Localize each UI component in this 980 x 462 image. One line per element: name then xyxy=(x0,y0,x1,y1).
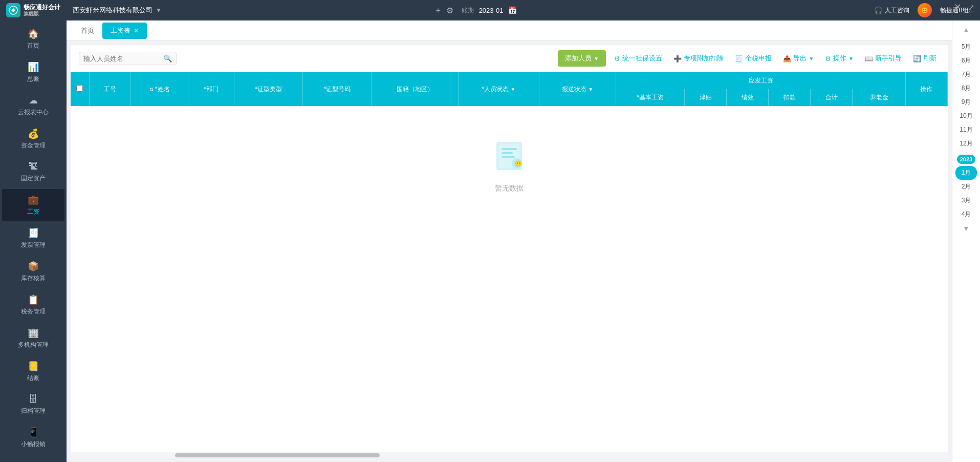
tax-report-btn[interactable]: 🧾 个税申报 xyxy=(732,54,775,63)
company-name: 西安虾米网络科技有限公司 xyxy=(73,6,153,15)
current-year-badge: 2023 xyxy=(957,155,975,164)
sidebar-item-tax[interactable]: 📋 税务管理 xyxy=(2,289,64,321)
special-deduction-btn[interactable]: ➕ 专项附加扣除 xyxy=(670,54,727,63)
sidebar-label-inventory: 库存核算 xyxy=(21,274,46,283)
month-11[interactable]: 11月 xyxy=(952,123,980,137)
social-insurance-btn[interactable]: ⚙ 统一社保设置 xyxy=(611,54,665,63)
report-filter-icon[interactable]: ▼ xyxy=(588,87,593,92)
sidebar-item-close-account[interactable]: 📒 结账 xyxy=(2,355,64,388)
calendar-icon[interactable]: 📅 xyxy=(508,6,517,14)
sidebar-label-capital: 资金管理 xyxy=(21,141,46,150)
search-icon: 🔍 xyxy=(163,54,172,62)
search-wrap[interactable]: 🔍 xyxy=(79,52,177,65)
th-checkbox[interactable] xyxy=(71,72,89,106)
month-9[interactable]: 9月 xyxy=(952,95,980,109)
guide-label: 新手引导 xyxy=(875,54,902,63)
social-label: 统一社保设置 xyxy=(622,54,662,63)
th-id-type: *证型类型 xyxy=(234,72,303,106)
bottom-scrollbar[interactable] xyxy=(71,452,948,458)
tab-close-icon[interactable]: ✕ xyxy=(134,27,139,34)
window-controls: ✕ ⤢ xyxy=(952,2,976,12)
tab-salary-table[interactable]: 工资表 ✕ xyxy=(102,23,147,39)
scroll-thumb[interactable] xyxy=(175,453,380,457)
logo-area: 畅应通好会计 旗舰版 xyxy=(6,3,73,17)
top-header: 畅应通好会计 旗舰版 西安虾米网络科技有限公司 ▼ ＋ ⚙ 账期 2023-01… xyxy=(0,0,980,20)
month-7[interactable]: 7月 xyxy=(952,68,980,81)
empty-text: 暂无数据 xyxy=(495,184,524,193)
app-subtitle: 旗舰版 xyxy=(24,11,60,17)
close-account-icon: 📒 xyxy=(28,361,39,372)
search-input[interactable] xyxy=(83,55,160,62)
sidebar-item-ledger[interactable]: 📊 总账 xyxy=(2,56,64,89)
month-2[interactable]: 2月 xyxy=(952,180,980,194)
add-person-label: 添加人员 xyxy=(565,54,592,63)
user-icon: 😊 xyxy=(921,7,928,14)
month-8[interactable]: 8月 xyxy=(952,81,980,95)
status-filter-icon[interactable]: ▼ xyxy=(511,87,516,92)
headset-icon: 🎧 xyxy=(874,6,883,14)
expense-icon: 📱 xyxy=(28,427,39,438)
month-12[interactable]: 12月 xyxy=(952,137,980,151)
date-panel-up-arrow[interactable]: ▲ xyxy=(960,23,973,37)
sidebar-item-settings[interactable]: ⚙ 基础设置 xyxy=(2,455,64,462)
refresh-btn[interactable]: 🔄 刷新 xyxy=(910,54,940,63)
company-dropdown-icon[interactable]: ▼ xyxy=(156,7,162,14)
toolbar: 🔍 添加人员 ▼ ⚙ 统一社保设置 ➕ 专项附加扣除 🧾 个税申报 xyxy=(71,45,948,72)
operation-btn[interactable]: ⚙ 操作 ▼ xyxy=(822,54,857,63)
window-expand-btn[interactable]: ⤢ xyxy=(966,2,976,12)
add-person-button[interactable]: 添加人员 ▼ xyxy=(558,50,606,67)
assets-icon: 🏗 xyxy=(29,161,38,172)
sidebar-item-multi-org[interactable]: 🏢 多机构管理 xyxy=(2,322,64,354)
human-service-btn[interactable]: 🎧 人工咨询 xyxy=(874,6,909,15)
month-10[interactable]: 10月 xyxy=(952,109,980,123)
svg-text:😶: 😶 xyxy=(515,160,522,167)
sidebar-item-expense[interactable]: 📱 小畅报销 xyxy=(2,422,64,454)
inventory-icon: 📦 xyxy=(28,261,39,272)
sidebar-item-capital[interactable]: 💰 资金管理 xyxy=(2,123,64,155)
month-5[interactable]: 5月 xyxy=(952,40,980,54)
add-company-icon[interactable]: ＋ xyxy=(434,5,442,16)
svg-rect-5 xyxy=(502,156,515,158)
company-selector[interactable]: 西安虾米网络科技有限公司 ▼ xyxy=(73,6,430,15)
th-id-number: *证型号码 xyxy=(303,72,372,106)
sidebar-label-multi: 多机构管理 xyxy=(18,341,49,349)
sidebar-item-assets[interactable]: 🏗 固定资产 xyxy=(2,156,64,188)
export-icon: 📤 xyxy=(783,55,791,62)
guide-btn[interactable]: 📖 新手引导 xyxy=(862,54,905,63)
month-4[interactable]: 4月 xyxy=(952,207,980,221)
tax-icon: 📋 xyxy=(28,294,39,305)
user-avatar[interactable]: 😊 xyxy=(918,3,932,17)
select-all-checkbox[interactable] xyxy=(76,85,83,92)
th-operation: 操作 xyxy=(905,72,947,106)
settings-icon[interactable]: ⚙ xyxy=(446,6,453,15)
sidebar-label-cloud: 云报表中心 xyxy=(18,108,49,117)
tab-salary-label: 工资表 xyxy=(111,26,130,35)
th-name: ⇅ *姓名 xyxy=(131,72,188,106)
sidebar-label-archive: 归档管理 xyxy=(21,407,46,415)
export-btn[interactable]: 📤 导出 ▼ xyxy=(780,54,817,63)
th-dept: *部门 xyxy=(188,72,234,106)
window-close-btn[interactable]: ✕ xyxy=(952,2,963,12)
table-container: 工号 ⇅ *姓名 *部门 *证型类型 *证型号码 国籍（地区） *人员状态 ▼ xyxy=(71,72,948,452)
app-title: 畅应通好会计 xyxy=(24,4,60,11)
sidebar-item-invoice[interactable]: 🧾 发票管理 xyxy=(2,222,64,255)
sidebar-item-cloud-report[interactable]: ☁ 云报表中心 xyxy=(2,90,64,122)
sidebar: 🏠 首页 📊 总账 ☁ 云报表中心 💰 资金管理 🏗 固定资产 💼 工资 🧾 发… xyxy=(0,20,67,462)
operation-icon: ⚙ xyxy=(825,55,831,62)
period-value: 2023-01 xyxy=(479,7,504,14)
tax-icon-tb: 🧾 xyxy=(735,55,743,62)
tab-home[interactable]: 首页 xyxy=(73,23,102,39)
export-chevron-icon: ▼ xyxy=(809,56,814,61)
home-icon: 🏠 xyxy=(28,28,39,39)
sidebar-item-inventory[interactable]: 📦 库存核算 xyxy=(2,256,64,288)
month-6[interactable]: 6月 xyxy=(952,54,980,68)
sidebar-item-salary[interactable]: 💼 工资 xyxy=(2,189,64,221)
sidebar-item-archive[interactable]: 🗄 归档管理 xyxy=(2,389,64,421)
sidebar-item-home[interactable]: 🏠 首页 xyxy=(2,23,64,55)
th-total: 合计 xyxy=(811,89,853,106)
add-person-chevron-icon: ▼ xyxy=(594,56,599,61)
month-1[interactable]: 1月 xyxy=(955,166,977,180)
date-panel-down-arrow[interactable]: ▼ xyxy=(960,221,973,236)
month-3[interactable]: 3月 xyxy=(952,194,980,207)
tabs-bar: 首页 工资表 ✕ xyxy=(67,20,952,41)
